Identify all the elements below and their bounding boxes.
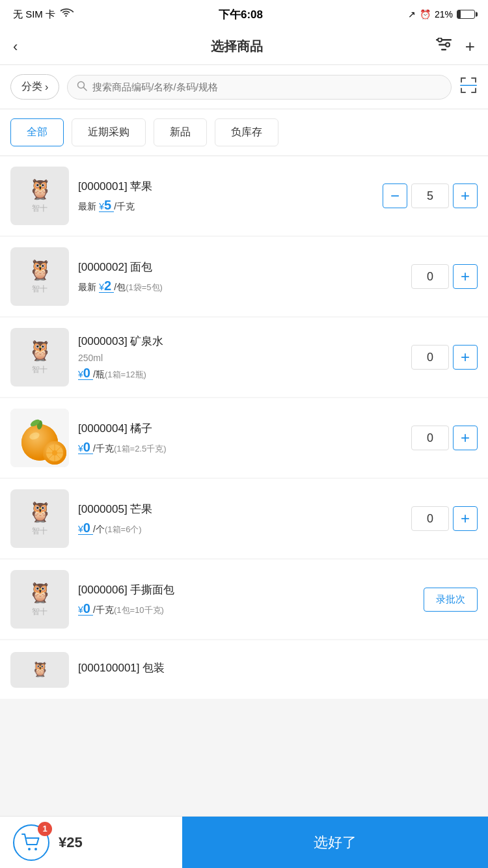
- nav-bar: ‹ 选择商品 +: [0, 29, 488, 65]
- qty-input[interactable]: [411, 426, 449, 450]
- product-price: ¥0 /千克(1包=10千克): [78, 601, 414, 616]
- cart-section: 1 ¥25: [0, 824, 182, 861]
- placeholder-text: 智十: [32, 364, 47, 375]
- price-unit: /个: [93, 524, 105, 534]
- price-unit: /瓶: [93, 369, 105, 379]
- placeholder-icon: 🦉: [28, 581, 52, 604]
- price-amount: 0: [83, 601, 90, 616]
- battery-icon: [457, 10, 475, 19]
- svg-point-4: [446, 42, 450, 46]
- back-button[interactable]: ‹: [13, 38, 39, 55]
- price-currency: ¥: [78, 524, 83, 534]
- svg-rect-15: [460, 85, 477, 86]
- price-unit-detail: (1箱=2.5千克): [114, 444, 167, 454]
- status-time: 下午6:08: [219, 7, 263, 22]
- cart-badge: 1: [38, 822, 52, 836]
- scan-icon[interactable]: [459, 76, 478, 98]
- product-image: 🦉 智十: [10, 570, 69, 629]
- price-unit: /千克: [93, 604, 114, 615]
- product-image: [10, 409, 69, 467]
- price-amount: 0: [83, 366, 90, 380]
- product-name: [0000002] 面包: [78, 260, 402, 275]
- confirm-button[interactable]: 选好了: [182, 817, 488, 869]
- bottom-bar: 1 ¥25 选好了: [0, 816, 488, 868]
- list-item: 🦉 智十 [0000002] 面包 最新 ¥2 /包(1袋=5包) +: [0, 237, 488, 316]
- price-unit: /千克: [93, 443, 114, 454]
- page-title: 选择商品: [211, 38, 263, 55]
- tab-new[interactable]: 新品: [154, 118, 207, 146]
- product-price: ¥0 /千克(1箱=2.5千克): [78, 440, 402, 455]
- product-spec: 250ml: [78, 353, 402, 363]
- cart-button[interactable]: 1: [13, 824, 49, 861]
- svg-point-31: [34, 848, 37, 850]
- category-button[interactable]: 分类 ›: [10, 74, 59, 100]
- product-price: ¥0 /个(1箱=6个): [78, 521, 402, 536]
- filter-icon[interactable]: [435, 38, 452, 56]
- product-qty: − +: [383, 183, 478, 208]
- search-icon: [77, 81, 87, 94]
- svg-point-30: [28, 848, 31, 850]
- search-input[interactable]: [92, 81, 442, 92]
- product-qty: 录批次: [424, 588, 478, 612]
- list-item: 🦉 智十 [0000005] 芒果 ¥0 /个(1箱=6个) +: [0, 479, 488, 558]
- list-item: 🦉 [000100001] 包装: [0, 640, 488, 699]
- qty-input[interactable]: [411, 264, 449, 289]
- location-icon: ↗: [408, 9, 416, 20]
- qty-increase-button[interactable]: +: [453, 345, 478, 370]
- price-amount: 0: [83, 521, 90, 535]
- svg-rect-2: [441, 49, 446, 51]
- qty-input[interactable]: [411, 506, 449, 531]
- price-label: 最新: [78, 282, 96, 292]
- product-name: [0000006] 手撕面包: [78, 582, 414, 597]
- product-name: [000100001] 包装: [78, 660, 478, 675]
- product-name: [0000005] 芒果: [78, 502, 402, 517]
- svg-rect-12: [461, 88, 462, 93]
- price-amount: 2: [104, 278, 111, 293]
- list-item: [0000004] 橘子 ¥0 /千克(1箱=2.5千克) +: [0, 398, 488, 478]
- price-unit-detail: (1包=10千克): [114, 605, 164, 615]
- tab-all[interactable]: 全部: [10, 118, 64, 146]
- tab-recent[interactable]: 近期采购: [72, 118, 146, 146]
- product-image: 🦉 智十: [10, 247, 69, 306]
- qty-increase-button[interactable]: +: [453, 506, 478, 531]
- search-bar[interactable]: [67, 75, 452, 100]
- qty-increase-button[interactable]: +: [453, 183, 478, 208]
- svg-point-3: [438, 38, 442, 42]
- product-info: [0000004] 橘子 ¥0 /千克(1箱=2.5千克): [78, 421, 402, 455]
- battery-percent: 21%: [435, 9, 453, 20]
- qty-input[interactable]: [411, 345, 449, 370]
- placeholder-icon: 🦉: [28, 339, 52, 362]
- product-qty: +: [411, 506, 478, 531]
- price-currency: ¥: [78, 604, 83, 615]
- list-item: 🦉 智十 [0000001] 苹果 最新 ¥5 /千克 − +: [0, 156, 488, 236]
- product-price: 最新 ¥2 /包(1袋=5包): [78, 278, 402, 293]
- add-icon[interactable]: +: [465, 36, 475, 57]
- price-currency: ¥: [99, 282, 104, 292]
- tab-negative[interactable]: 负库存: [215, 118, 278, 146]
- cart-icon: [21, 834, 41, 852]
- orange-image: [10, 409, 69, 467]
- qty-decrease-button[interactable]: −: [383, 183, 407, 208]
- list-item: 🦉 智十 [0000003] 矿泉水 250ml ¥0 /瓶(1箱=12瓶) +: [0, 318, 488, 397]
- list-item: 🦉 智十 [0000006] 手撕面包 ¥0 /千克(1包=10千克) 录批次: [0, 560, 488, 639]
- filter-tabs: 全部 近期采购 新品 负库存: [0, 109, 488, 156]
- product-info: [0000001] 苹果 最新 ¥5 /千克: [78, 179, 373, 213]
- product-name: [0000001] 苹果: [78, 179, 373, 194]
- svg-rect-8: [461, 77, 462, 83]
- product-qty: +: [411, 345, 478, 370]
- category-label: 分类: [21, 80, 42, 94]
- price-unit-detail: (1箱=6个): [105, 524, 142, 534]
- price-unit: /千克: [114, 201, 135, 211]
- placeholder-text: 智十: [32, 606, 47, 617]
- product-name: [0000003] 矿泉水: [78, 334, 402, 349]
- qty-increase-button[interactable]: +: [453, 426, 478, 450]
- batch-button[interactable]: 录批次: [424, 588, 478, 612]
- alarm-icon: ⏰: [420, 9, 431, 20]
- product-list: 🦉 智十 [0000001] 苹果 最新 ¥5 /千克 − + 🦉 智十 [00…: [0, 156, 488, 699]
- product-image: 🦉 智十: [10, 167, 69, 225]
- product-image: 🦉 智十: [10, 489, 69, 548]
- qty-input[interactable]: [411, 183, 449, 208]
- cart-total: ¥25: [59, 834, 83, 851]
- qty-increase-button[interactable]: +: [453, 264, 478, 289]
- placeholder-text: 智十: [32, 203, 47, 214]
